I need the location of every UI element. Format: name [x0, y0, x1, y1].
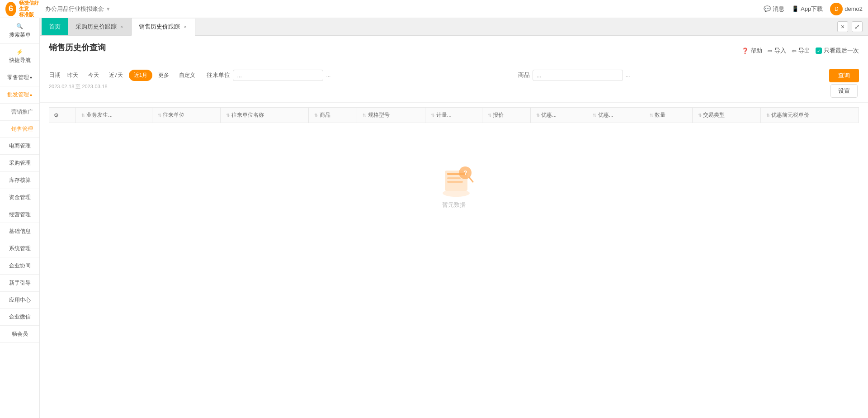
- goods-filter-group: 商品 ...: [518, 69, 822, 81]
- sidebar-item-system[interactable]: 系统管理: [0, 240, 39, 257]
- empty-illustration: ?: [436, 159, 476, 200]
- th-goods[interactable]: ⇅ 商品: [309, 108, 357, 123]
- chevron-up-icon: ▴: [30, 91, 32, 98]
- sidebar-item-basic-info[interactable]: 基础信息: [0, 223, 39, 240]
- svg-text:?: ?: [463, 169, 467, 176]
- th-spec-sort-icon: ⇅: [363, 113, 366, 118]
- sidebar-item-member[interactable]: 畅会员: [0, 326, 39, 343]
- sidebar-item-ecommerce[interactable]: 电商管理: [0, 138, 39, 155]
- sidebar-item-finance[interactable]: 资金管理: [0, 189, 39, 206]
- svg-rect-3: [447, 177, 461, 179]
- sidebar-item-app-center[interactable]: 应用中心: [0, 292, 39, 309]
- filters-row: 日期 昨天 今天 近7天 近1月 更多 自定义 2023-02-18 至 202…: [40, 64, 868, 103]
- th-price-notax-sort-icon: ⇅: [766, 113, 770, 118]
- th-trade-type-sort-icon: ⇅: [698, 113, 702, 118]
- sidebar-item-operations[interactable]: 经营管理: [0, 206, 39, 223]
- th-unit-code-sort-icon: ⇅: [158, 113, 161, 118]
- date-btn-last7days[interactable]: 近7天: [105, 70, 127, 81]
- search-icon: 🔍: [16, 23, 23, 30]
- goods-input[interactable]: [533, 70, 623, 81]
- logo-text: 畅捷信好生意 标准版: [19, 0, 42, 18]
- sidebar-item-search-menu[interactable]: 🔍 搜索菜单: [0, 18, 39, 44]
- only-last-checkbox[interactable]: ✓ 只看最后一次: [816, 47, 859, 55]
- date-btn-1month[interactable]: 近1月: [129, 70, 153, 81]
- tab-sales-history[interactable]: 销售历史价跟踪 ×: [132, 19, 195, 36]
- avatar-initials: D: [835, 6, 839, 12]
- sidebar-item-new-guide[interactable]: 新手引导: [0, 275, 39, 292]
- message-button[interactable]: 💬 消息: [764, 5, 784, 13]
- sidebar-item-quick-nav[interactable]: ⚡ 快捷导航: [0, 44, 39, 70]
- chevron-down-icon: ▾: [30, 75, 32, 81]
- unit-filter-group: 往来单位 ...: [207, 69, 510, 81]
- checkbox-icon: ✓: [816, 48, 822, 54]
- th-discount1[interactable]: ⇅ 优惠...: [530, 108, 587, 123]
- th-unit-name[interactable]: ⇅ 往来单位名称: [221, 108, 309, 123]
- sidebar-item-inventory[interactable]: 库存核算: [0, 172, 39, 189]
- data-table: ⚙ ⇅ 业务发生... ⇅ 往来单位 ⇅: [49, 107, 859, 123]
- th-unit-code[interactable]: ⇅ 往来单位: [152, 108, 221, 123]
- top-right-controls: ❓ 帮助 ⇨ 导入 ⇦ 导出 ✓ 只看最后一次: [741, 47, 859, 55]
- date-options: 昨天 今天 近7天 近1月 更多 自定义: [63, 70, 199, 81]
- unit-label: 往来单位: [207, 69, 230, 81]
- th-spec[interactable]: ⇅ 规格型号: [357, 108, 425, 123]
- table-section: ⚙ ⇅ 业务发生... ⇅ 往来单位 ⇅: [40, 107, 868, 254]
- date-btn-custom[interactable]: 自定义: [175, 70, 199, 81]
- logo-icon: 6: [5, 2, 16, 16]
- empty-state: ? 暂元数据: [49, 123, 859, 245]
- th-gear[interactable]: ⚙: [49, 108, 76, 123]
- page-title: 销售历史价查询: [49, 42, 106, 53]
- date-label: 日期: [49, 69, 61, 81]
- th-discount2[interactable]: ⇅ 优惠...: [587, 108, 644, 123]
- setting-button[interactable]: 设置: [830, 84, 858, 98]
- tab-home[interactable]: 首页: [42, 18, 68, 35]
- tabs-bar: 首页 采购历史价跟踪 × 销售历史价跟踪 × × ⤢: [40, 18, 868, 36]
- export-button[interactable]: ⇦ 导出: [792, 47, 810, 55]
- breadcrumb: 办公用品行业模拟账套 ▾: [45, 5, 110, 13]
- sidebar-item-sales-mgmt[interactable]: 销售管理: [0, 121, 39, 138]
- th-goods-sort-icon: ⇅: [314, 113, 318, 118]
- svg-rect-4: [447, 181, 463, 183]
- sidebar-item-retail-mgmt[interactable]: 零售管理 ▾: [0, 69, 39, 86]
- user-menu[interactable]: D demo2: [830, 3, 863, 15]
- th-price-notax[interactable]: ⇅ 优惠前无税单价: [760, 108, 859, 123]
- unit-input[interactable]: [233, 70, 323, 81]
- page-header-row: 销售历史价查询 ❓ 帮助 ⇨ 导入 ⇦ 导出 ✓: [40, 36, 868, 64]
- main-layout: 🔍 搜索菜单 ⚡ 快捷导航 零售管理 ▾ 批发管理 ▴ 营销推广 销售管理 电商…: [0, 18, 868, 418]
- date-btn-yesterday[interactable]: 昨天: [63, 70, 82, 81]
- th-discount1-sort-icon: ⇅: [536, 113, 540, 118]
- tab-close-all-button[interactable]: ×: [837, 21, 848, 32]
- tabs-actions: × ⤢: [837, 21, 866, 32]
- date-btn-more[interactable]: 更多: [154, 70, 173, 81]
- export-icon: ⇦: [792, 48, 797, 54]
- goods-dots: ...: [626, 72, 630, 78]
- tab-sales-history-close[interactable]: ×: [183, 23, 187, 30]
- tab-maximize-button[interactable]: ⤢: [852, 21, 863, 32]
- th-unit-measure[interactable]: ⇅ 计量...: [425, 108, 482, 123]
- tab-purchase-history-close[interactable]: ×: [119, 23, 124, 30]
- gear-icon: ⚙: [54, 112, 59, 119]
- topbar: 6 畅捷信好生意 标准版 办公用品行业模拟账套 ▾ 💬 消息 📱 App下载 D…: [0, 0, 868, 18]
- help-button[interactable]: ❓ 帮助: [741, 47, 762, 55]
- th-biz-date[interactable]: ⇅ 业务发生...: [75, 108, 152, 123]
- empty-text: 暂元数据: [442, 201, 466, 209]
- th-qty[interactable]: ⇅ 数量: [644, 108, 692, 123]
- empty-icon: ?: [436, 159, 472, 195]
- tabs-list: 首页 采购历史价跟踪 × 销售历史价跟踪 ×: [42, 18, 195, 35]
- sidebar-item-enterprise-collab[interactable]: 企业协同: [0, 257, 39, 275]
- app-download-button[interactable]: 📱 App下载: [792, 5, 823, 13]
- th-quote[interactable]: ⇅ 报价: [482, 108, 530, 123]
- breadcrumb-chevron-icon[interactable]: ▾: [107, 5, 110, 12]
- th-trade-type[interactable]: ⇅ 交易类型: [692, 108, 760, 123]
- import-button[interactable]: ⇨ 导入: [768, 47, 786, 55]
- tab-purchase-history[interactable]: 采购历史价跟踪 ×: [68, 18, 132, 35]
- page-content: 销售历史价查询 ❓ 帮助 ⇨ 导入 ⇦ 导出 ✓: [40, 36, 868, 418]
- query-button[interactable]: 查询: [829, 69, 859, 82]
- sidebar-item-wholesale-mgmt[interactable]: 批发管理 ▴: [0, 86, 39, 104]
- tab-home-label: 首页: [49, 23, 61, 31]
- sidebar-item-marketing[interactable]: 营销推广: [0, 104, 39, 121]
- help-icon: ❓: [741, 48, 749, 54]
- table-header-row: ⚙ ⇅ 业务发生... ⇅ 往来单位 ⇅: [49, 108, 859, 123]
- sidebar-item-enterprise-wechat[interactable]: 企业微信: [0, 309, 39, 326]
- sidebar-item-purchase[interactable]: 采购管理: [0, 155, 39, 172]
- date-btn-today[interactable]: 今天: [84, 70, 103, 81]
